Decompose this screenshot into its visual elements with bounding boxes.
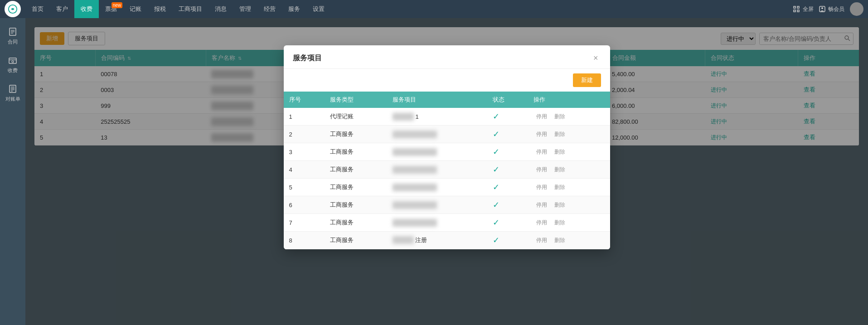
main-content-area: 新增 服务项目 进行中 全部 已结束 — [25, 18, 868, 325]
delete-button[interactable]: 删除 — [552, 147, 568, 157]
svg-rect-3 — [794, 10, 795, 12]
list-item: 6 工商服务 ✓ 停用 删除 — [284, 196, 610, 214]
fee-icon — [7, 55, 18, 66]
stop-button[interactable]: 停用 — [533, 165, 550, 175]
modal-cell-item — [387, 214, 487, 232]
modal-cell-type: 工商服务 — [325, 232, 387, 249]
modal-cell-type: 工商服务 — [325, 143, 387, 161]
sidebar-item-fee[interactable]: 收费 — [1, 51, 24, 78]
nav-commerce[interactable]: 工商项目 — [172, 0, 209, 18]
modal-close-button[interactable]: × — [591, 53, 601, 64]
stop-button[interactable]: 停用 — [533, 112, 550, 121]
nav-invoice[interactable]: 票据 new — [99, 0, 123, 18]
modal-cell-status: ✓ — [487, 232, 529, 249]
svg-rect-1 — [794, 6, 795, 8]
nav-fee[interactable]: 收费 — [74, 0, 99, 18]
delete-button[interactable]: 删除 — [552, 130, 568, 139]
sidebar-label-contract: 合同 — [8, 39, 18, 45]
list-item: 2 工商服务 ✓ 停用 删除 — [284, 126, 610, 143]
nav-message[interactable]: 消息 — [209, 0, 233, 18]
stop-button[interactable]: 停用 — [533, 236, 550, 245]
modal-cell-item: 1 — [387, 108, 487, 126]
nav-bookkeeping[interactable]: 记账 — [123, 0, 148, 18]
stop-button[interactable]: 停用 — [533, 130, 550, 139]
nav-home[interactable]: 首页 — [25, 0, 50, 18]
list-item: 3 工商服务 ✓ 停用 删除 — [284, 143, 610, 161]
statement-icon — [7, 83, 18, 94]
modal-toolbar: 新建 — [284, 69, 610, 92]
delete-button[interactable]: 删除 — [552, 200, 568, 210]
modal-cell-status: ✓ — [487, 143, 529, 161]
sidebar-label-fee: 收费 — [8, 67, 18, 74]
nav-manage[interactable]: 管理 — [233, 0, 257, 18]
modal-col-status: 状态 — [487, 92, 529, 108]
modal-cell-action: 停用 删除 — [528, 143, 610, 161]
delete-button[interactable]: 删除 — [552, 236, 568, 245]
delete-button[interactable]: 删除 — [552, 165, 568, 175]
modal-cell-status: ✓ — [487, 179, 529, 196]
main-layout: 合同 收费 对账单 — [0, 18, 868, 325]
modal-cell-action: 停用 删除 — [528, 126, 610, 143]
modal-cell-type: 工商服务 — [325, 214, 387, 232]
modal-cell-seq: 3 — [284, 143, 325, 161]
modal-cell-seq: 5 — [284, 179, 325, 196]
modal-cell-action: 停用 删除 — [528, 196, 610, 214]
modal-header: 服务项目 × — [284, 45, 610, 69]
modal-cell-type: 工商服务 — [325, 196, 387, 214]
modal-cell-seq: 6 — [284, 196, 325, 214]
stop-button[interactable]: 停用 — [533, 147, 550, 157]
sidebar-label-statement: 对账单 — [5, 96, 20, 102]
modal-title: 服务项目 — [293, 53, 322, 63]
modal-cell-action: 停用 删除 — [528, 161, 610, 179]
modal-cell-status: ✓ — [487, 196, 529, 214]
modal-cell-action: 停用 删除 — [528, 179, 610, 196]
modal-cell-action: 停用 删除 — [528, 232, 610, 249]
svg-rect-2 — [797, 6, 799, 8]
modal-cell-item — [387, 126, 487, 143]
svg-rect-4 — [797, 10, 799, 12]
modal-cell-seq: 4 — [284, 161, 325, 179]
delete-button[interactable]: 删除 — [552, 183, 568, 192]
nav-tax[interactable]: 报税 — [148, 0, 172, 18]
modal-cell-seq: 8 — [284, 232, 325, 249]
modal-cell-item — [387, 143, 487, 161]
user-avatar[interactable] — [850, 2, 863, 16]
stop-button[interactable]: 停用 — [533, 200, 550, 210]
modal-cell-seq: 7 — [284, 214, 325, 232]
modal-cell-action: 停用 删除 — [528, 108, 610, 126]
modal-cell-status: ✓ — [487, 161, 529, 179]
delete-button[interactable]: 删除 — [552, 218, 568, 228]
modal-cell-type: 代理记账 — [325, 108, 387, 126]
new-badge: new — [112, 2, 122, 8]
nav-business[interactable]: 经营 — [257, 0, 282, 18]
modal-body: 序号 服务类型 服务项目 状态 操作 1 代理记账 1 ✓ 停用 删除 2 工商… — [284, 92, 610, 249]
modal-cell-item — [387, 196, 487, 214]
modal-cell-seq: 1 — [284, 108, 325, 126]
modal-cell-type: 工商服务 — [325, 161, 387, 179]
sidebar-item-contract[interactable]: 合同 — [1, 23, 24, 49]
list-item: 5 工商服务 ✓ 停用 删除 — [284, 179, 610, 196]
nav-settings[interactable]: 设置 — [306, 0, 331, 18]
contract-icon — [7, 26, 18, 37]
stop-button[interactable]: 停用 — [533, 218, 550, 228]
app-logo — [5, 1, 21, 17]
fullscreen-button[interactable]: 全屏 — [793, 5, 813, 13]
modal-cell-type: 工商服务 — [325, 126, 387, 143]
nav-client[interactable]: 客户 — [50, 0, 74, 18]
modal-col-seq: 序号 — [284, 92, 325, 108]
delete-button[interactable]: 删除 — [552, 112, 568, 121]
modal-cell-status: ✓ — [487, 214, 529, 232]
member-button[interactable]: 畅会员 — [819, 5, 844, 13]
modal-cell-item — [387, 161, 487, 179]
sidebar-item-statement[interactable]: 对账单 — [1, 80, 24, 106]
svg-point-13 — [12, 61, 14, 63]
top-navigation: 首页 客户 收费 票据 new 记账 报税 工商项目 消息 管理 经营 服务 设… — [0, 0, 868, 18]
service-items-table: 序号 服务类型 服务项目 状态 操作 1 代理记账 1 ✓ 停用 删除 2 工商… — [284, 92, 610, 249]
svg-rect-14 — [10, 85, 16, 92]
service-items-modal: 服务项目 × 新建 序号 服务类型 服务项目 状态 — [284, 45, 610, 249]
list-item: 8 工商服务 注册 ✓ 停用 删除 — [284, 232, 610, 249]
stop-button[interactable]: 停用 — [533, 183, 550, 192]
nav-service[interactable]: 服务 — [282, 0, 306, 18]
nav-items: 首页 客户 收费 票据 new 记账 报税 工商项目 消息 管理 经营 服务 设… — [25, 0, 331, 18]
modal-new-button[interactable]: 新建 — [573, 73, 601, 87]
